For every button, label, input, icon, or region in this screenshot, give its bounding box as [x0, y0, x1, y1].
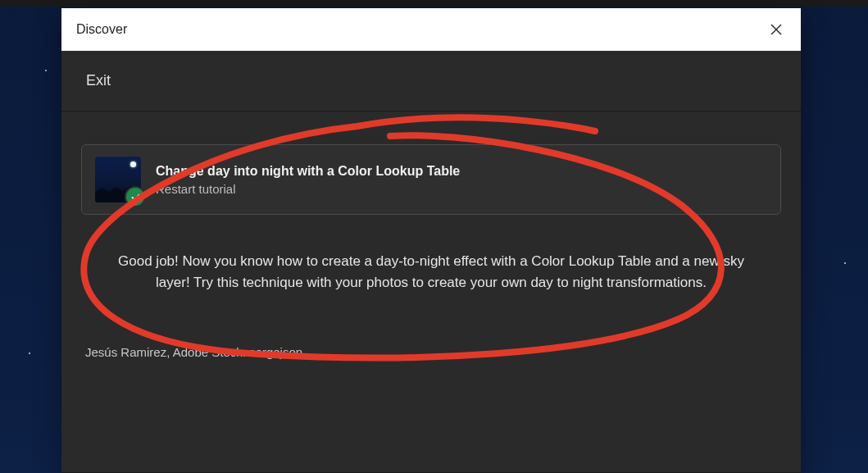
- close-icon: [770, 23, 783, 36]
- app-top-bar: [0, 0, 868, 7]
- exit-button[interactable]: Exit: [61, 51, 801, 111]
- restart-tutorial-label: Restart tutorial: [156, 182, 460, 196]
- tutorial-card-text: Change day into night with a Color Looku…: [156, 164, 460, 196]
- completed-badge: [125, 186, 146, 207]
- background-star: [45, 70, 47, 71]
- credits-text: Jesús Ramirez, Adobe Stock: sergejson: [81, 345, 781, 379]
- exit-label: Exit: [86, 72, 111, 89]
- discover-modal: Discover Exit Change day into night with…: [61, 8, 801, 473]
- tutorial-card[interactable]: Change day into night with a Color Looku…: [81, 144, 781, 215]
- modal-content: Change day into night with a Color Looku…: [61, 111, 801, 379]
- modal-title: Discover: [76, 22, 127, 37]
- checkmark-icon: [130, 192, 141, 202]
- background-star: [29, 352, 30, 354]
- background-star: [844, 262, 846, 264]
- tutorial-thumbnail-wrap: [95, 157, 141, 202]
- modal-header: Discover: [61, 8, 801, 51]
- completion-message: Good job! Now you know how to create a d…: [81, 251, 781, 294]
- tutorial-title: Change day into night with a Color Looku…: [156, 164, 460, 179]
- close-button[interactable]: [765, 18, 788, 41]
